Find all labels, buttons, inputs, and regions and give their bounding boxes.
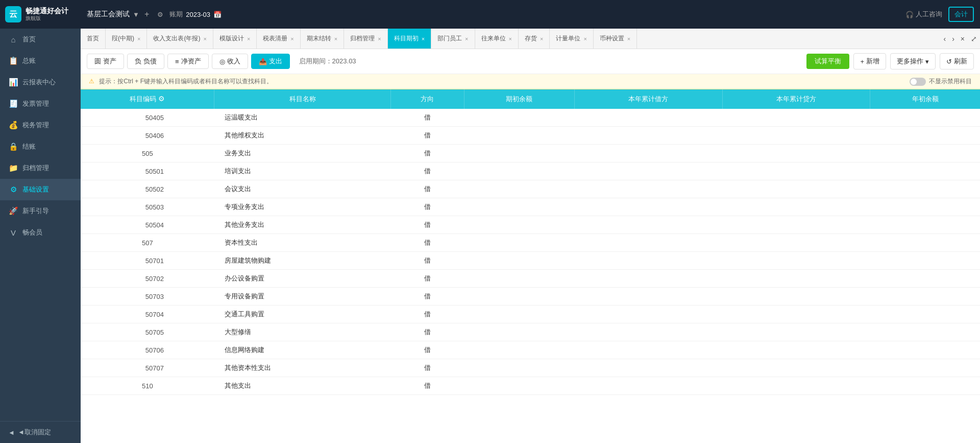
tab-unit[interactable]: 往来单位× — [475, 29, 519, 49]
tab-home[interactable]: 首页 — [81, 29, 106, 49]
tab-measure[interactable]: 计量单位× — [550, 29, 593, 49]
cell-direction: 借 — [391, 216, 464, 234]
tab-dept[interactable]: 部门员工× — [431, 29, 475, 49]
sidebar-bottom-label: ◄取消固定 — [18, 428, 51, 437]
sidebar-collapse-btn[interactable]: ◄ ◄取消固定 — [0, 421, 81, 443]
warning-icon: ⚠ — [89, 78, 94, 85]
tab-close-currency[interactable]: × — [627, 36, 630, 42]
sidebar-item-home[interactable]: ⌂ 首页 — [0, 29, 81, 50]
sidebar-item-reports[interactable]: 📊 云报表中心 — [0, 72, 81, 93]
cell-name: 其他支出 — [214, 377, 391, 395]
subtab-asset[interactable]: 圆资产 — [87, 54, 124, 69]
tab-period_end[interactable]: 期末结转× — [301, 29, 344, 49]
cell-ytd-credit — [722, 270, 870, 288]
tab-close-midterm[interactable]: × — [137, 36, 140, 42]
sidebar-label-home: 首页 — [22, 35, 36, 44]
tab-tax_clear[interactable]: 税表清册× — [257, 29, 300, 49]
add-project-btn[interactable]: + — [144, 10, 149, 19]
table-row: 50707 其他资本性支出 借 — [81, 359, 980, 377]
consult-btn[interactable]: 🎧 人工咨询 — [905, 10, 942, 19]
expense-subtab-icon: 📤 — [259, 58, 267, 65]
project-dropdown-btn[interactable]: ▼ — [133, 11, 139, 18]
tab-expand-btn[interactable]: ⤢ — [968, 35, 980, 43]
tab-close-archive_mgmt[interactable]: × — [378, 36, 381, 42]
sidebar-item-member[interactable]: V 畅会员 — [0, 222, 81, 243]
tab-currency[interactable]: 币种设置× — [594, 29, 637, 49]
tab-label-income_report: 收入支出表(年报) — [153, 34, 200, 43]
cell-ytd-credit — [722, 341, 870, 359]
tab-prev-btn[interactable]: ‹ — [940, 35, 949, 43]
add-btn[interactable]: + 新增 — [853, 53, 886, 69]
tab-close-unit[interactable]: × — [509, 36, 512, 42]
subtab-expense[interactable]: 📤支出 — [251, 54, 290, 69]
table-header-row: 科目编码 ⚙ 科目名称 方向 期初余额 本年累计借方 本年累计贷方 年初余额 — [81, 89, 980, 109]
tab-close-all-btn[interactable]: × — [958, 35, 968, 43]
settings-gear-icon[interactable]: ⚙ — [157, 11, 163, 18]
tab-template[interactable]: 模版设计× — [213, 29, 257, 49]
cell-year-start — [870, 109, 980, 127]
sidebar-item-tax[interactable]: 💰 税务管理 — [0, 114, 81, 136]
col-code: 科目编码 ⚙ — [81, 89, 214, 109]
cell-name: 会议支出 — [214, 180, 391, 198]
tab-close-tax_clear[interactable]: × — [290, 36, 293, 42]
tab-label-subject_init: 科目期初 — [394, 34, 419, 43]
refresh-icon: ↺ — [946, 58, 952, 65]
cell-name: 业务支出 — [214, 145, 391, 162]
sidebar-item-close[interactable]: 🔒 结账 — [0, 136, 81, 157]
tab-close-income_report[interactable]: × — [203, 36, 206, 42]
sidebar-item-settings[interactable]: ⚙ 基础设置 — [0, 179, 81, 200]
liability-subtab-icon: 负 — [135, 57, 141, 66]
tab-label-midterm: 叚(中期) — [112, 34, 134, 43]
disable-toggle[interactable] — [910, 78, 926, 86]
subtab-net_asset[interactable]: ≡净资产 — [167, 54, 209, 69]
tab-close-measure[interactable]: × — [583, 36, 586, 42]
sidebar-label-settings: 基础设置 — [22, 185, 49, 194]
sidebar-nav: ⌂ 首页 📋 总账 📊 云报表中心 🧾 发票管理 💰 税务管理 🔒 结账 📁 归… — [0, 29, 81, 421]
cell-year-start — [870, 180, 980, 198]
cell-opening-balance — [464, 109, 575, 127]
column-settings-icon[interactable]: ⚙ — [158, 95, 165, 103]
sidebar-item-archive[interactable]: 📁 归档管理 — [0, 157, 81, 179]
sidebar-label-archive: 归档管理 — [22, 164, 49, 173]
subtab-income[interactable]: ◎收入 — [212, 54, 248, 69]
tab-next-btn[interactable]: › — [949, 35, 958, 43]
tab-subject_init[interactable]: 科目期初× — [388, 29, 431, 49]
cell-code: 50504 — [81, 216, 214, 234]
cell-ytd-credit — [722, 252, 870, 270]
cell-ytd-debit — [575, 341, 723, 359]
sidebar-item-guide[interactable]: 🚀 新手引导 — [0, 200, 81, 222]
sidebar-item-ledger[interactable]: 📋 总账 — [0, 50, 81, 72]
cell-name: 信息网络购建 — [214, 341, 391, 359]
tab-close-dept[interactable]: × — [465, 36, 468, 42]
tab-close-inventory[interactable]: × — [540, 36, 543, 42]
invoice-icon: 🧾 — [8, 99, 18, 108]
app-logo-icon: 云 — [5, 6, 21, 22]
refresh-btn[interactable]: ↺ 刷新 — [940, 53, 974, 69]
tab-close-template[interactable]: × — [247, 36, 250, 42]
user-role-btn[interactable]: 会计 — [948, 7, 974, 22]
cell-year-start — [870, 323, 980, 341]
calendar-icon[interactable]: 📅 — [213, 11, 222, 18]
sidebar-item-invoice[interactable]: 🧾 发票管理 — [0, 93, 81, 114]
tab-midterm[interactable]: 叚(中期)× — [106, 29, 147, 49]
tab-income_report[interactable]: 收入支出表(年报)× — [147, 29, 213, 49]
disable-toggle-container: 不显示禁用科目 — [910, 77, 972, 86]
cell-code: 50704 — [81, 306, 214, 323]
period-value: 2023-03 — [186, 11, 210, 18]
tab-archive_mgmt[interactable]: 归档管理× — [344, 29, 387, 49]
tab-close-period_end[interactable]: × — [334, 36, 337, 42]
tab-inventory[interactable]: 存货× — [519, 29, 550, 49]
subtab-liability[interactable]: 负负债 — [127, 54, 164, 69]
calc-balance-btn[interactable]: 试算平衡 — [806, 54, 849, 69]
col-direction: 方向 — [391, 89, 464, 109]
cell-opening-balance — [464, 145, 575, 162]
ledger-icon: 📋 — [8, 56, 18, 65]
tab-nav-controls: ‹ › × ⤢ — [940, 35, 980, 43]
cell-code: 50707 — [81, 359, 214, 377]
cell-name: 房屋建筑物购建 — [214, 252, 391, 270]
archive-icon: 📁 — [8, 164, 18, 173]
tab-close-subject_init[interactable]: × — [422, 36, 425, 42]
headset-icon: 🎧 — [905, 11, 914, 18]
app-version: 旗舰版 — [26, 15, 68, 22]
more-actions-btn[interactable]: 更多操作 ▾ — [890, 53, 936, 69]
